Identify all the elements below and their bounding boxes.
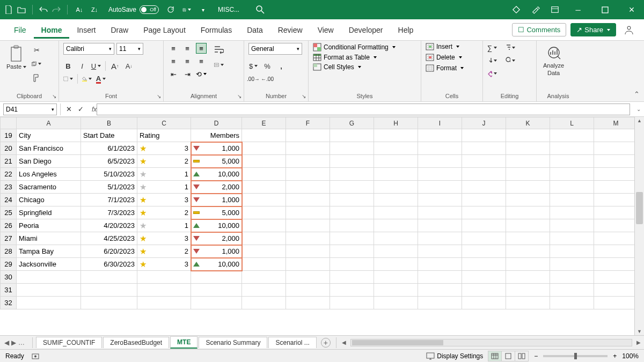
cell[interactable] — [137, 297, 191, 309]
cell[interactable] — [462, 181, 506, 194]
cell[interactable] — [418, 155, 462, 168]
comments-button[interactable]: ☐ Comments — [512, 23, 566, 36]
row-header[interactable]: 20 — [1, 142, 17, 155]
redo-icon[interactable] — [52, 5, 61, 14]
cell[interactable] — [594, 142, 635, 155]
cell[interactable] — [286, 181, 330, 194]
format-cells-button[interactable]: Format — [426, 64, 464, 72]
cancel-formula-icon[interactable]: ✕ — [64, 105, 74, 114]
italic-button[interactable]: I — [77, 61, 87, 71]
cell[interactable] — [506, 271, 550, 284]
cell[interactable] — [286, 168, 330, 181]
cell[interactable] — [506, 206, 550, 219]
row-header[interactable]: 23 — [1, 181, 17, 194]
account-icon[interactable] — [620, 25, 638, 35]
col-header-L[interactable]: L — [550, 117, 594, 129]
cell[interactable] — [506, 129, 550, 142]
cell[interactable] — [418, 271, 462, 284]
tab-review[interactable]: Review — [270, 21, 310, 39]
vertical-scrollbar[interactable]: ▲ ▼ — [634, 117, 644, 335]
cell[interactable] — [550, 142, 594, 155]
cell[interactable] — [418, 194, 462, 206]
cell[interactable]: San Diego — [17, 155, 81, 168]
col-header-I[interactable]: I — [418, 117, 462, 129]
undo-icon[interactable] — [39, 5, 48, 14]
cell[interactable] — [462, 245, 506, 258]
cell[interactable] — [462, 258, 506, 271]
cell[interactable] — [594, 232, 635, 245]
tab-developer[interactable]: Developer — [341, 21, 391, 39]
horizontal-scrollbar[interactable] — [350, 339, 632, 346]
hscroll-left-icon[interactable]: ◀ — [342, 339, 346, 345]
sheet-nav-prev-icon[interactable]: ◀ — [4, 339, 9, 346]
cell[interactable] — [286, 271, 330, 284]
select-all-corner[interactable] — [1, 117, 17, 129]
refresh-icon[interactable] — [166, 5, 175, 14]
cell[interactable]: 5/10/2023 — [81, 168, 137, 181]
cell[interactable] — [550, 271, 594, 284]
cell[interactable]: ★3 — [137, 258, 191, 271]
row-header[interactable]: 21 — [1, 155, 17, 168]
cell[interactable] — [462, 284, 506, 297]
normal-view-icon[interactable] — [488, 351, 502, 361]
cell[interactable] — [418, 245, 462, 258]
number-format-combo[interactable]: General▾ — [248, 43, 302, 55]
cell[interactable] — [506, 181, 550, 194]
cell-styles-button[interactable]: Cell Styles — [313, 63, 396, 71]
clipboard-launcher-icon[interactable]: ↘ — [52, 93, 56, 99]
sheet-nav-next-icon[interactable]: ▶ — [11, 339, 16, 346]
new-file-icon[interactable] — [4, 5, 13, 14]
align-mid-left-icon[interactable]: ≡ — [168, 56, 179, 67]
cell[interactable] — [242, 219, 286, 232]
cell[interactable]: 4/25/2023 — [81, 232, 137, 245]
col-header-M[interactable]: M — [594, 117, 635, 129]
cell[interactable] — [242, 232, 286, 245]
cell[interactable] — [506, 297, 550, 309]
row-header[interactable]: 30 — [1, 271, 17, 284]
number-launcher-icon[interactable]: ↘ — [302, 93, 306, 99]
cell[interactable] — [191, 284, 242, 297]
row-header[interactable]: 19 — [1, 129, 17, 142]
cell[interactable] — [330, 142, 374, 155]
cell[interactable] — [191, 271, 242, 284]
cell[interactable] — [330, 129, 374, 142]
cell[interactable] — [17, 284, 81, 297]
row-header[interactable]: 32 — [1, 297, 17, 309]
shrink-font-icon[interactable]: A↓ — [124, 61, 134, 71]
cell[interactable] — [286, 284, 330, 297]
cell[interactable] — [506, 219, 550, 232]
cell[interactable] — [242, 297, 286, 309]
cell[interactable] — [550, 284, 594, 297]
cell[interactable]: Start Date — [81, 129, 137, 142]
decrease-decimal-icon[interactable]: ←.00 — [262, 74, 272, 84]
coming-soon-icon[interactable] — [531, 5, 540, 14]
close-button[interactable]: × — [624, 2, 640, 18]
col-header-J[interactable]: J — [462, 117, 506, 129]
find-icon[interactable] — [506, 56, 515, 65]
cell[interactable] — [17, 297, 81, 309]
macro-record-icon[interactable] — [32, 352, 40, 360]
row-header[interactable]: 22 — [1, 168, 17, 181]
cell[interactable] — [242, 271, 286, 284]
cell[interactable] — [242, 168, 286, 181]
fx-icon[interactable]: fx — [92, 106, 97, 113]
cell[interactable] — [374, 168, 418, 181]
grow-font-icon[interactable]: A↑ — [110, 61, 120, 71]
sheet-tab-4[interactable]: Scenario Summary — [199, 337, 267, 348]
format-painter-icon[interactable] — [32, 73, 41, 83]
share-button[interactable]: ↗ Share — [570, 23, 616, 36]
fill-icon[interactable] — [487, 56, 497, 65]
name-box[interactable]: D41▾ — [3, 104, 57, 115]
cell[interactable]: Miami — [17, 232, 81, 245]
cell[interactable] — [418, 258, 462, 271]
search-icon[interactable] — [255, 5, 265, 14]
tab-page-layout[interactable]: Page Layout — [136, 21, 193, 39]
cell[interactable]: Tampa Bay — [17, 245, 81, 258]
cell[interactable] — [594, 271, 635, 284]
cell[interactable] — [242, 258, 286, 271]
cell[interactable] — [418, 129, 462, 142]
cell[interactable] — [374, 219, 418, 232]
cell[interactable]: Chicago — [17, 194, 81, 206]
cell[interactable] — [594, 194, 635, 206]
cell[interactable] — [330, 297, 374, 309]
